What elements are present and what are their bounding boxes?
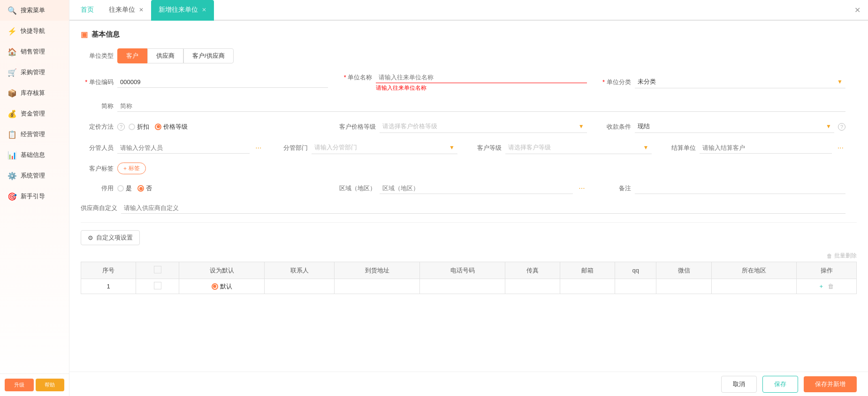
upgrade-button[interactable]: 升级 [5, 379, 34, 391]
cell-phone [420, 279, 505, 294]
price-level-radio[interactable] [155, 124, 161, 130]
help-button[interactable]: 帮助 [36, 379, 65, 391]
unit-type-label: 单位类型 [81, 52, 114, 60]
tab-new-partner-label: 新增往来单位 [159, 6, 198, 14]
unit-name-label: 单位名称 [339, 73, 372, 82]
price-level-label: 价格等级 [163, 123, 188, 131]
cell-location [711, 279, 797, 294]
tab-partners[interactable]: 往来单位 ✕ [101, 0, 151, 21]
col-wechat: 微信 [656, 262, 711, 279]
custom-settings-button[interactable]: ⚙ 自定义项设置 [81, 230, 140, 245]
cancel-button[interactable]: 取消 [721, 376, 757, 393]
stopuse-yes[interactable]: 是 [117, 184, 132, 193]
cell-fax [505, 279, 560, 294]
remark-input[interactable] [635, 183, 845, 194]
payment-terms-select[interactable]: 现结 ▼ [635, 120, 834, 133]
settlement-unit-input[interactable] [700, 142, 832, 154]
table-row: 1 默认 [81, 279, 857, 294]
sidebar-item-basic[interactable]: 📊 基础信息 [0, 145, 69, 165]
dept-group: 分管部门 请输入分管部门 ▼ [275, 141, 469, 154]
default-radio-item[interactable]: 默认 [184, 282, 259, 291]
sidebar-item-label: 经营管理 [21, 130, 45, 139]
sidebar-item-search[interactable]: 🔍 搜索菜单 [0, 0, 69, 21]
cell-checkbox[interactable] [136, 279, 179, 294]
region-dots[interactable]: ··· [577, 184, 586, 193]
payment-terms-help-icon[interactable]: ? [838, 123, 845, 131]
close-all-tabs[interactable]: ✕ [851, 6, 864, 15]
save-new-button[interactable]: 保存并新增 [804, 376, 857, 392]
dept-dropdown-icon: ▼ [449, 144, 455, 151]
sidebar-item-system[interactable]: ⚙️ 系统管理 [0, 165, 69, 186]
sidebar-item-purchase[interactable]: 🛒 采购管理 [0, 62, 69, 83]
target-icon: 🎯 [8, 192, 17, 201]
add-tag-button[interactable]: + 标签 [117, 163, 146, 174]
section-title-text: 基本信息 [91, 30, 120, 39]
default-radio[interactable] [212, 283, 218, 290]
tab-partners-close[interactable]: ✕ [139, 7, 144, 13]
unit-code-input[interactable] [117, 77, 328, 88]
col-default: 设为默认 [179, 262, 265, 279]
dept-select[interactable]: 请输入分管部门 ▼ [312, 141, 458, 154]
unit-category-select[interactable]: 未分类 ▼ [635, 76, 845, 88]
sidebar-item-quick-nav[interactable]: ⚡ 快捷导航 [0, 21, 69, 41]
unit-type-row: 单位类型 客户 供应商 客户/供应商 [81, 48, 857, 63]
unit-category-value: 未分类 [638, 78, 656, 86]
tab-new-partner-close[interactable]: ✕ [202, 7, 206, 13]
customer-level-select[interactable]: 请选择客户等级 ▼ [505, 141, 652, 154]
yes-radio[interactable] [117, 185, 124, 192]
region-input[interactable] [380, 183, 573, 194]
no-radio[interactable] [137, 185, 144, 192]
region-label: 区域（地区） [339, 184, 376, 193]
pricing-discount[interactable]: 折扣 [129, 123, 149, 131]
discount-radio[interactable] [129, 124, 135, 130]
sidebar-item-finance[interactable]: 💰 资金管理 [0, 103, 69, 124]
unit-type-supplier[interactable]: 供应商 [147, 48, 183, 63]
sidebar-item-label: 快捷导航 [21, 27, 45, 35]
abbr-input[interactable] [117, 101, 845, 112]
batch-delete-area: 🗑 批量删除 [81, 252, 857, 260]
customer-price-level-placeholder: 请选择客户价格等级 [382, 122, 437, 131]
settlement-dots[interactable]: ··· [836, 144, 845, 152]
unit-code-group: 单位编码 [81, 77, 339, 88]
add-row-icon[interactable]: + [820, 283, 823, 290]
cell-email [560, 279, 615, 294]
sidebar-item-guide[interactable]: 🎯 新手引导 [0, 186, 69, 207]
sidebar-item-sales[interactable]: 🏠 销售管理 [0, 41, 69, 62]
search-icon: 🔍 [8, 6, 17, 15]
supplier-custom-row: 供应商自定义 [81, 202, 857, 214]
customer-price-level-select[interactable]: 请选择客户价格等级 ▼ [380, 120, 586, 133]
save-button[interactable]: 保存 [762, 376, 798, 393]
col-contact: 联系人 [265, 262, 335, 279]
col-action: 操作 [797, 262, 857, 279]
tab-new-partner[interactable]: 新增往来单位 ✕ [151, 0, 214, 21]
sidebar-item-ops[interactable]: 📋 经营管理 [0, 124, 69, 145]
col-qq: qq [615, 262, 656, 279]
unit-name-input[interactable] [376, 72, 586, 83]
unit-type-customer[interactable]: 客户 [117, 48, 147, 63]
cart-icon: 🛒 [8, 68, 17, 77]
col-email: 邮箱 [560, 262, 615, 279]
customer-level-label: 客户等级 [469, 144, 502, 152]
money-icon: 💰 [8, 109, 17, 118]
select-all-checkbox[interactable] [154, 266, 161, 273]
supplier-custom-input[interactable] [121, 202, 845, 214]
delete-row-icon[interactable]: 🗑 [828, 283, 834, 290]
row-checkbox[interactable] [154, 282, 161, 289]
manager-input[interactable] [117, 142, 250, 154]
col-checkbox [136, 262, 179, 279]
unit-type-both[interactable]: 客户/供应商 [183, 48, 234, 63]
abbr-label: 简称 [81, 102, 114, 110]
sidebar-item-inventory[interactable]: 📦 库存核算 [0, 83, 69, 103]
pricing-price-level[interactable]: 价格等级 [155, 123, 188, 131]
sidebar-item-label: 库存核算 [21, 89, 45, 97]
supplier-custom-group: 供应商自定义 [81, 202, 857, 214]
pricing-help-icon[interactable]: ? [117, 123, 125, 131]
stopuse-no[interactable]: 否 [137, 184, 152, 193]
settlement-unit-group: 结算单位 ··· [663, 142, 857, 154]
cell-wechat [656, 279, 711, 294]
manager-dots[interactable]: ··· [253, 144, 263, 152]
section-title: ▣ 基本信息 [81, 30, 857, 39]
payment-terms-group: 收款条件 现结 ▼ ? [598, 120, 857, 133]
batch-delete-label[interactable]: 批量删除 [834, 252, 857, 260]
tab-home[interactable]: 首页 [73, 0, 101, 21]
